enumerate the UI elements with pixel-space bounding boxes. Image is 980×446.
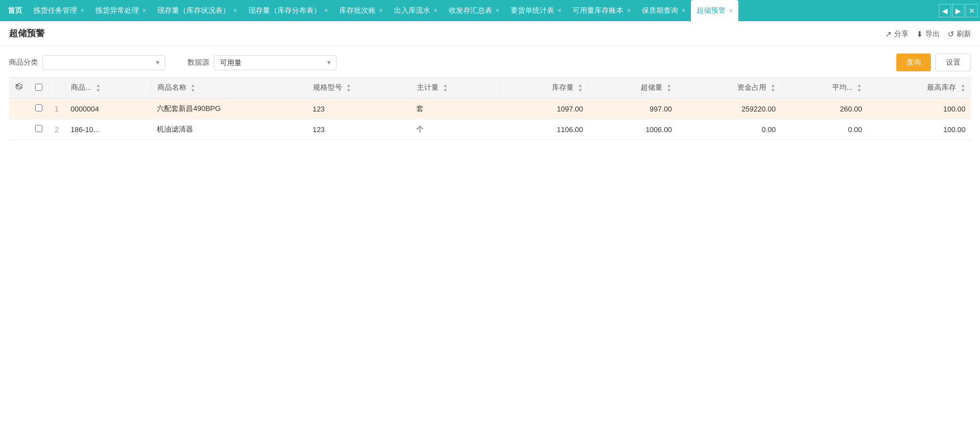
close-pick-exception[interactable]: × xyxy=(142,7,146,14)
page-title: 超储预警 xyxy=(9,28,45,40)
sort-icon-spec: ▲▼ xyxy=(346,83,351,93)
page-header: 超储预警 ↗ 分享 ⬇ 导出 ↺ 刷新 xyxy=(0,21,980,46)
nav-inout-flow[interactable]: 出入库流水 × xyxy=(388,0,443,21)
gear-icon xyxy=(15,83,23,91)
sort-icon-max-stock: ▲▼ xyxy=(960,83,965,93)
table-row[interactable]: 2 186-10... 机油滤清器 123 个 1106.00 1006.00 … xyxy=(9,119,971,140)
sort-icon-stock: ▲▼ xyxy=(578,83,583,93)
row-spec: 123 xyxy=(307,119,411,140)
close-shelf-life[interactable]: × xyxy=(681,7,685,14)
row-checkbox-cell[interactable] xyxy=(30,99,49,119)
export-button[interactable]: ⬇ 导出 xyxy=(916,29,940,39)
th-checkbox-all[interactable] xyxy=(30,77,49,99)
row-capital: 259220.00 xyxy=(678,99,781,119)
share-icon: ↗ xyxy=(885,30,892,38)
nav-pick-exception[interactable]: 拣货异常处理 × xyxy=(90,0,152,21)
th-avg[interactable]: 平均... ▲▼ xyxy=(781,77,868,99)
th-overstock[interactable]: 超储量 ▲▼ xyxy=(589,77,678,99)
nav-pick-task[interactable]: 拣货任务管理 × xyxy=(28,0,90,21)
row-capital: 0.00 xyxy=(678,119,781,140)
row-avg: 260.00 xyxy=(781,99,868,119)
row-num: 2 xyxy=(49,119,65,140)
nav-arrows: ◀ ▶ ✕ xyxy=(939,4,978,17)
row-unit: 个 xyxy=(411,119,499,140)
datasource-select-wrapper: 可用量 库存量 ▼ xyxy=(214,55,337,70)
table-wrapper: 商品... ▲▼ 商品名称 ▲▼ 规格型号 ▲▼ 主计量 ▲▼ xyxy=(0,77,980,140)
row-product-name: 六配套新昌490BPG xyxy=(151,99,307,119)
row-gear-cell xyxy=(9,99,30,119)
settings-button[interactable]: 设置 xyxy=(935,54,971,71)
row-checkbox-cell[interactable] xyxy=(30,119,49,140)
nav-order-stat[interactable]: 要货单统计表 × xyxy=(505,0,567,21)
th-max-stock-label: 最高库存 xyxy=(927,83,956,91)
th-gear[interactable] xyxy=(9,77,30,99)
nav-recv-sum[interactable]: 收发存汇总表 × xyxy=(443,0,505,21)
close-avail-ledger[interactable]: × xyxy=(627,7,631,14)
row-checkbox[interactable] xyxy=(35,104,42,112)
th-stock-label: 库存量 xyxy=(552,83,574,91)
nav-shelf-life[interactable]: 保质期查询 × xyxy=(636,0,691,21)
row-product-code: 0000004 xyxy=(65,99,152,119)
nav-home[interactable]: 首页 xyxy=(2,0,28,21)
table-body: 1 0000004 六配套新昌490BPG 123 套 1097.00 997.… xyxy=(9,99,971,140)
checkbox-all[interactable] xyxy=(35,84,42,91)
th-capital[interactable]: 资金占用 ▲▼ xyxy=(678,77,781,99)
nav-overstock[interactable]: 超储预警 × xyxy=(691,0,738,21)
share-button[interactable]: ↗ 分享 xyxy=(885,29,909,39)
row-max-stock: 100.00 xyxy=(868,99,971,119)
category-label: 商品分类 xyxy=(9,57,38,67)
th-capital-label: 资金占用 xyxy=(737,83,766,91)
row-checkbox[interactable] xyxy=(35,125,42,132)
th-product-code-label: 商品... xyxy=(71,83,92,91)
nav-arrow-close[interactable]: ✕ xyxy=(965,4,978,17)
th-spec[interactable]: 规格型号 ▲▼ xyxy=(307,77,411,99)
close-overstock[interactable]: × xyxy=(729,7,733,14)
category-select[interactable] xyxy=(42,55,165,70)
close-stock-status[interactable]: × xyxy=(233,7,237,14)
row-overstock: 997.00 xyxy=(589,99,678,119)
th-product-name-label: 商品名称 xyxy=(157,83,186,91)
row-gear-cell xyxy=(9,119,30,140)
row-product-code: 186-10... xyxy=(65,119,152,140)
filter-actions: 查询 设置 xyxy=(896,54,971,71)
th-max-stock[interactable]: 最高库存 ▲▼ xyxy=(868,77,971,99)
th-product-code[interactable]: 商品... ▲▼ xyxy=(65,77,152,99)
filter-area: 商品分类 ▼ 数据源 可用量 库存量 ▼ 查询 设置 xyxy=(0,46,980,77)
th-unit-label: 主计量 xyxy=(417,83,439,91)
nav-avail-ledger[interactable]: 可用量库存账本 × xyxy=(567,0,636,21)
close-recv-sum[interactable]: × xyxy=(496,7,499,14)
th-unit[interactable]: 主计量 ▲▼ xyxy=(411,77,499,99)
row-unit: 套 xyxy=(411,99,499,119)
row-product-name: 机油滤清器 xyxy=(151,119,307,140)
refresh-button[interactable]: ↺ 刷新 xyxy=(948,29,971,39)
datasource-label: 数据源 xyxy=(188,57,209,67)
row-overstock: 1006.00 xyxy=(589,119,678,140)
category-select-wrapper: ▼ xyxy=(42,55,165,70)
refresh-icon: ↺ xyxy=(948,30,954,38)
close-pick-task[interactable]: × xyxy=(80,7,84,14)
nav-batch-ledger[interactable]: 库存批次账 × xyxy=(334,0,388,21)
nav-stock-dist[interactable]: 现存量（库存分布表） × xyxy=(243,0,334,21)
header-actions: ↗ 分享 ⬇ 导出 ↺ 刷新 xyxy=(885,29,971,39)
row-num: 1 xyxy=(49,99,65,119)
close-batch-ledger[interactable]: × xyxy=(379,7,383,14)
close-stock-dist[interactable]: × xyxy=(324,7,328,14)
sort-icon-capital: ▲▼ xyxy=(771,83,776,93)
nav-stock-status[interactable]: 现存量（库存状况表） × xyxy=(152,0,243,21)
sort-icon-product-code: ▲▼ xyxy=(95,83,100,93)
sort-icon-overstock: ▲▼ xyxy=(666,83,671,93)
datasource-select[interactable]: 可用量 库存量 xyxy=(214,55,337,70)
th-overstock-label: 超储量 xyxy=(641,83,662,91)
close-order-stat[interactable]: × xyxy=(558,7,561,14)
nav-arrow-left[interactable]: ◀ xyxy=(939,4,951,17)
page-container: 超储预警 ↗ 分享 ⬇ 导出 ↺ 刷新 商品分类 ▼ xyxy=(0,21,980,446)
nav-arrow-right[interactable]: ▶ xyxy=(952,4,964,17)
th-product-name[interactable]: 商品名称 ▲▼ xyxy=(151,77,307,99)
query-button[interactable]: 查询 xyxy=(896,54,931,71)
row-stock: 1106.00 xyxy=(500,119,589,140)
table-row[interactable]: 1 0000004 六配套新昌490BPG 123 套 1097.00 997.… xyxy=(9,99,971,119)
sort-icon-avg: ▲▼ xyxy=(857,83,862,93)
th-stock[interactable]: 库存量 ▲▼ xyxy=(500,77,589,99)
row-avg: 0.00 xyxy=(781,119,868,140)
close-inout-flow[interactable]: × xyxy=(434,7,438,14)
